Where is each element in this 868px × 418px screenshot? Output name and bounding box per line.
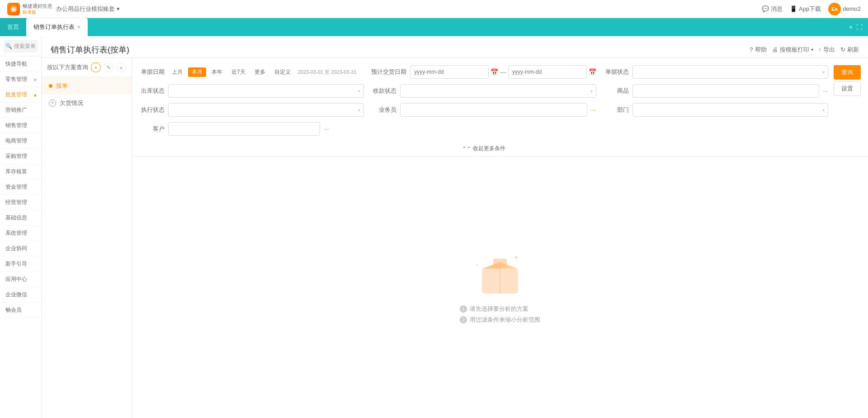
collapse-more-btn[interactable]: ⌃⌃ 收起更多条件 [139,141,828,156]
filter-item-by-order[interactable]: 按单 [42,77,132,95]
sidebar-item-new-guide[interactable]: 新手引导 [0,256,41,272]
tab-close-icon[interactable]: × [77,24,80,30]
filter-row-1: 单据日期 上月 本月 本年 近7天 更多 自定义 2023-03-01 至 20… [139,65,828,79]
filter-expected-delivery: 预计交货日期 📅 — 📅 [371,65,596,79]
filter-goods: 商品 ··· [604,84,828,98]
department-select[interactable] [632,103,828,117]
sidebar-item-app-center[interactable]: 应用中心 [0,272,41,287]
query-btn[interactable]: 查询 [834,65,861,80]
avatar: Ea [828,3,841,15]
filter-item-owe-goods[interactable]: ? 欠货情况 [42,95,132,112]
filter-row-2: 出库状态 ▾ 收款状态 [139,84,828,98]
empty-hint-2: 2 用过滤条件来缩小分析范围 [460,316,540,324]
edit-scheme-btn[interactable]: ✎ [104,62,113,72]
template-print-btn[interactable]: 🖨 按模板打印 ▾ [772,46,813,54]
user-avatar-area[interactable]: Ea demo2 [828,3,861,15]
print-dropdown-icon: ▾ [811,47,813,52]
date-range-delivery: 📅 — 📅 [410,65,596,79]
settings-btn[interactable]: 设置 [834,81,861,96]
refresh-btn[interactable]: ↻ 刷新 [840,46,859,54]
left-filter-header-actions: + ✎ « [91,62,126,72]
chevron-right-icon: ▶ [34,77,38,82]
help-btn[interactable]: ? 帮助 [750,46,766,54]
tab-sales-order-exec[interactable]: 销售订单执行表 × [26,18,88,36]
filter-customer: 客户 ··· [139,122,329,136]
filter-order-status: 单据状态 ▾ [604,65,828,79]
sidebar-item-enterprise-wechat[interactable]: 企业微信 [0,287,41,303]
sidebar-item-ecommerce[interactable]: 电商管理 [0,133,41,149]
top-bar: 畅 畅捷通好生意 标准版 办公用品行业模拟账套 ▾ 💬 消息 📱 App下载 E… [0,0,868,18]
filter-layout: 按以下方案查询 + ✎ « 按单 [42,58,868,418]
customer-input[interactable] [168,122,320,136]
execution-status-wrapper: ▾ [168,103,364,117]
tab-home[interactable]: 首页 [0,18,26,36]
add-icon: + [94,64,98,71]
salesperson-more-btn[interactable]: ··· [591,106,596,114]
collapse-panel-btn[interactable]: « [116,62,126,72]
active-dot-icon [49,84,52,88]
execution-status-label: 执行状态 [139,106,165,114]
payment-status-wrapper: ▾ [400,84,596,98]
date-tab-last-month[interactable]: 上月 [168,67,186,77]
date-separator: — [500,68,506,76]
page-header-actions: ? 帮助 🖨 按模板打印 ▾ ↑ 导出 ↻ 刷新 [750,46,859,54]
collapse-icon: « [119,64,123,71]
calendar-start-icon[interactable]: 📅 [491,68,498,76]
sidebar-item-basic-info[interactable]: 基础信息 [0,210,41,226]
sidebar-item-member[interactable]: 畅会员 [0,303,41,318]
help-icon: ? [750,46,753,53]
customer-more-btn[interactable]: ··· [324,125,329,133]
app-download-btn[interactable]: 📱 App下载 [790,5,821,13]
order-status-select[interactable] [632,65,828,79]
goods-more-btn[interactable]: ··· [823,87,828,95]
logo-icon: 畅 [7,3,20,15]
delivery-status-wrapper: ▾ [168,84,364,98]
delivery-status-select[interactable] [168,84,364,98]
maximize-tab-btn[interactable]: ⛶ [856,24,863,31]
sidebar-item-finance[interactable]: 资金管理 [0,180,41,195]
sidebar-item-inventory[interactable]: 库存核算 [0,164,41,180]
date-label: 单据日期 [139,68,165,76]
close-tab-btn[interactable]: × [849,24,853,31]
execution-status-select[interactable] [168,103,364,117]
sidebar: 🔍 搜索菜单 快捷导航 零售管理 ▶ 批发管理 ▲ 营销推广 销售管理 [0,36,42,418]
date-tab-more[interactable]: 更多 [251,67,269,77]
salesperson-label: 业务员 [371,106,396,114]
sidebar-item-wholesale-mgmt[interactable]: 批发管理 ▲ [0,87,41,103]
refresh-icon: ↻ [840,46,845,53]
sidebar-item-quick-nav[interactable]: 快捷导航 [0,57,41,72]
search-menu-btn[interactable]: 🔍 搜索菜单 [4,40,38,52]
message-icon: 💬 [762,5,769,12]
salesperson-input[interactable] [400,103,587,117]
goods-label: 商品 [604,87,629,95]
breadcrumb[interactable]: 办公用品行业模拟账套 ▾ [56,5,120,13]
filter-date: 单据日期 上月 本月 本年 近7天 更多 自定义 2023-03-01 至 20… [139,67,364,77]
payment-status-label: 收款状态 [371,87,396,95]
goods-input[interactable] [632,84,820,98]
logo-text: 畅捷通好生意 标准版 [23,3,52,15]
sidebar-item-purchase[interactable]: 采购管理 [0,149,41,164]
date-tab-this-year[interactable]: 本年 [208,67,226,77]
payment-status-select[interactable] [400,84,596,98]
delivery-end-input[interactable] [508,65,587,79]
department-label: 部门 [604,106,629,114]
sidebar-nav-list: 快捷导航 零售管理 ▶ 批发管理 ▲ 营销推广 销售管理 电商管理 采购管理 [0,57,41,318]
sidebar-item-retail-mgmt[interactable]: 零售管理 ▶ [0,72,41,87]
page-area: 销售订单执行表(按单) ? 帮助 🖨 按模板打印 ▾ ↑ 导出 ↻ 刷新 [42,36,868,418]
date-tab-this-month[interactable]: 本月 [188,67,206,77]
svg-text:✦: ✦ [475,262,479,267]
sidebar-item-sales-mgmt[interactable]: 销售管理 [0,118,41,133]
department-wrapper: ▾ [632,103,828,117]
sidebar-item-operations[interactable]: 经营管理 [0,195,41,210]
message-btn[interactable]: 💬 消息 [762,5,783,13]
delivery-start-input[interactable] [410,65,489,79]
date-tab-7days[interactable]: 近7天 [228,67,249,77]
export-btn[interactable]: ↑ 导出 [819,46,835,54]
filter-department: 部门 ▾ [604,103,828,117]
sidebar-item-system[interactable]: 系统管理 [0,226,41,241]
sidebar-item-enterprise-collab[interactable]: 企业协同 [0,241,41,256]
add-scheme-btn[interactable]: + [91,62,101,72]
date-tab-custom[interactable]: 自定义 [271,67,294,77]
calendar-end-icon[interactable]: 📅 [589,68,596,76]
sidebar-item-marketing[interactable]: 营销推广 [0,103,41,118]
